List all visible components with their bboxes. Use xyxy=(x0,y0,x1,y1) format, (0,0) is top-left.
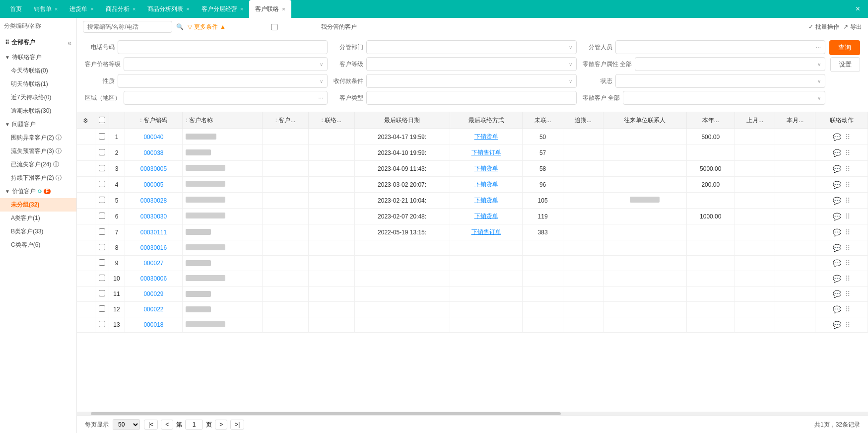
filter-nature-input[interactable]: ∨ xyxy=(118,74,328,88)
scrollbar-thumb[interactable] xyxy=(91,412,561,415)
action-grid-icon-2[interactable]: ⠿ xyxy=(845,165,850,173)
action-grid-icon-3[interactable]: ⠿ xyxy=(845,181,850,189)
action-chat-icon-9[interactable]: 💬 xyxy=(833,275,841,283)
cell-code-9[interactable]: 00030006 xyxy=(125,271,183,287)
nav-tab-sales[interactable]: 销售单 × xyxy=(28,0,64,18)
sidebar-item-churned[interactable]: 已流失客户(24) ⓘ xyxy=(0,158,76,171)
action-chat-icon-2[interactable]: 💬 xyxy=(833,165,841,173)
cell-name-9[interactable] xyxy=(183,271,263,287)
close-analysis-list-icon[interactable]: × xyxy=(186,6,189,12)
col-this-month[interactable]: 本月... xyxy=(775,112,815,129)
cell-name-10[interactable]: 技 xyxy=(183,287,263,302)
cell-last-way-10[interactable] xyxy=(450,287,523,302)
action-chat-icon-10[interactable]: 💬 xyxy=(833,290,841,298)
col-name[interactable]: : 客户名称 xyxy=(183,112,263,129)
cell-code-8[interactable]: 000027 xyxy=(125,256,183,271)
sidebar-item-today-pending[interactable]: 今天待联络(0) xyxy=(0,64,76,77)
action-grid-icon-0[interactable]: ⠿ xyxy=(845,133,850,141)
nav-tab-analysis-list[interactable]: 商品分析列表 × xyxy=(141,0,195,18)
first-page-button[interactable]: |< xyxy=(144,420,158,430)
cell-code-5[interactable]: 00030030 xyxy=(125,209,183,224)
cell-checkbox-11[interactable] xyxy=(95,302,109,317)
col-checkbox-header[interactable] xyxy=(95,112,109,129)
row-checkbox-10[interactable] xyxy=(99,290,105,296)
action-grid-icon-8[interactable]: ⠿ xyxy=(845,259,850,267)
close-analysis-icon[interactable]: × xyxy=(133,6,135,12)
cell-name-4[interactable] xyxy=(183,193,263,209)
col-last-month[interactable]: 上月... xyxy=(734,112,775,129)
page-number-input[interactable] xyxy=(185,420,203,430)
col-type[interactable]: : 客户... xyxy=(263,112,309,129)
action-chat-icon-12[interactable]: 💬 xyxy=(833,321,841,329)
cell-last-way-0[interactable]: 下销货单 xyxy=(450,129,523,145)
cell-checkbox-4[interactable] xyxy=(95,193,109,209)
row-checkbox-9[interactable] xyxy=(99,275,105,281)
action-grid-icon-7[interactable]: ⠿ xyxy=(845,244,850,252)
sidebar-search-input[interactable] xyxy=(4,22,77,29)
close-purchase-icon[interactable]: × xyxy=(90,6,93,12)
search-button-icon[interactable]: 🔍 xyxy=(176,23,184,30)
cell-last-way-3[interactable]: 下销货单 xyxy=(450,177,523,193)
cell-code-7[interactable]: 00030016 xyxy=(125,240,183,256)
nav-tab-customer-segment[interactable]: 客户分层经营 × xyxy=(196,0,249,18)
cell-name-1[interactable]: 请 xyxy=(183,145,263,161)
sidebar-item-ungrouped[interactable]: 未分组(32) xyxy=(0,198,76,212)
col-no-contact[interactable]: 未联... xyxy=(523,112,563,129)
action-chat-icon-3[interactable]: 💬 xyxy=(833,181,841,189)
nav-tab-customer-contact[interactable]: 客户联络 × xyxy=(249,0,291,18)
action-chat-icon-5[interactable]: 💬 xyxy=(833,213,841,220)
sidebar-item-class-b[interactable]: B类客户(33) xyxy=(0,225,76,238)
action-chat-icon-8[interactable]: 💬 xyxy=(833,259,841,267)
col-this-year[interactable]: 本年... xyxy=(686,112,734,129)
prev-page-button[interactable]: < xyxy=(161,420,173,430)
sidebar-group-pending[interactable]: ▼ 待联络客户 xyxy=(0,51,76,64)
action-grid-icon-12[interactable]: ⠿ xyxy=(845,321,850,329)
row-checkbox-6[interactable] xyxy=(99,228,105,235)
cell-name-8[interactable]: 公 xyxy=(183,256,263,271)
cell-checkbox-0[interactable] xyxy=(95,129,109,145)
action-chat-icon-0[interactable]: 💬 xyxy=(833,133,841,141)
cell-code-0[interactable]: 000040 xyxy=(125,129,183,145)
cell-name-12[interactable] xyxy=(183,317,263,333)
action-chat-icon-11[interactable]: 💬 xyxy=(833,305,841,313)
sidebar-item-tomorrow-pending[interactable]: 明天待联络(1) xyxy=(0,77,76,91)
cell-code-4[interactable]: 00030028 xyxy=(125,193,183,209)
cell-last-way-11[interactable] xyxy=(450,302,523,317)
action-grid-icon-9[interactable]: ⠿ xyxy=(845,275,850,283)
close-customer-segment-icon[interactable]: × xyxy=(240,6,243,12)
window-close-button[interactable]: × xyxy=(852,4,864,13)
cell-checkbox-8[interactable] xyxy=(95,256,109,271)
cell-code-1[interactable]: 000038 xyxy=(125,145,183,161)
horizontal-scrollbar[interactable] xyxy=(77,412,868,416)
refresh-icon[interactable]: ⟳ xyxy=(38,188,42,195)
cell-name-2[interactable] xyxy=(183,161,263,177)
col-unit-contact[interactable]: 往来单位联系人 xyxy=(603,112,686,129)
sidebar-item-class-a[interactable]: A类客户(1) xyxy=(0,212,76,225)
nav-tab-purchase[interactable]: 进货单 × xyxy=(64,0,99,18)
select-all-checkbox[interactable] xyxy=(99,117,105,123)
cell-last-way-5[interactable]: 下销货单 xyxy=(450,209,523,224)
col-last-date[interactable]: 最后联络日期 xyxy=(354,112,450,129)
filter-phone-input[interactable] xyxy=(118,40,328,54)
filter-status-input[interactable]: ∨ xyxy=(615,74,825,88)
filter-manager-input[interactable]: ··· xyxy=(615,40,825,54)
page-size-select[interactable]: 50 20 100 xyxy=(113,419,140,430)
sidebar-item-overdue-pending[interactable]: 逾期未联络(30) xyxy=(0,104,76,118)
action-chat-icon-6[interactable]: 💬 xyxy=(833,228,841,236)
filter-retail-input[interactable]: ∨ xyxy=(623,91,825,105)
my-customers-checkbox-label[interactable]: 我分管的客户 xyxy=(230,23,357,31)
more-conditions-button[interactable]: ▽ 更多条件 ▲ xyxy=(188,23,226,31)
sidebar-item-class-c[interactable]: C类客户(6) xyxy=(0,238,76,252)
sidebar-item-7day-pending[interactable]: 近7天待联络(0) xyxy=(0,91,76,104)
action-chat-icon-4[interactable]: 💬 xyxy=(833,197,841,205)
action-chat-icon-1[interactable]: 💬 xyxy=(833,149,841,157)
action-chat-icon-7[interactable]: 💬 xyxy=(833,244,841,252)
col-action[interactable]: 联络动作 xyxy=(815,112,868,129)
cell-code-12[interactable]: 000018 xyxy=(125,317,183,333)
cell-checkbox-9[interactable] xyxy=(95,271,109,287)
cell-code-10[interactable]: 000029 xyxy=(125,287,183,302)
cell-checkbox-3[interactable] xyxy=(95,177,109,193)
search-input[interactable] xyxy=(83,21,172,33)
filter-customer-type-input[interactable] xyxy=(366,91,576,105)
row-checkbox-8[interactable] xyxy=(99,259,105,266)
